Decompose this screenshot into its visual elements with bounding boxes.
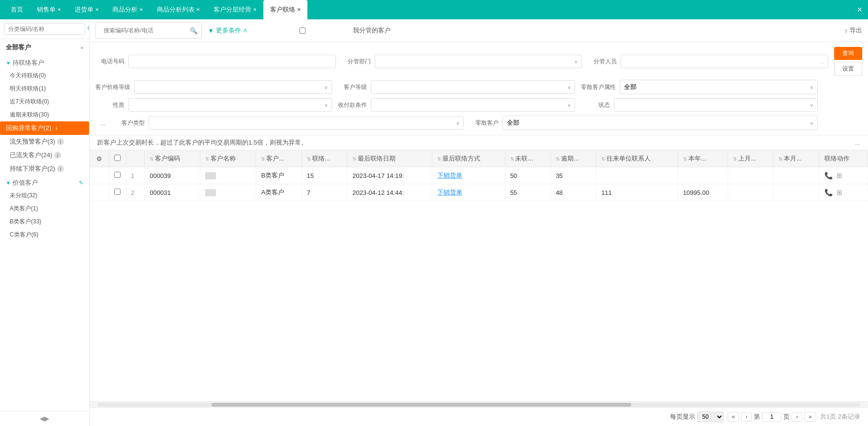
- nav-sales[interactable]: 销售单 ×: [30, 0, 68, 19]
- th-customer-code[interactable]: 客户编码: [145, 150, 200, 167]
- sidebar-item-tomorrow[interactable]: 明天待联络(1): [0, 82, 89, 95]
- main-search-input[interactable]: [100, 25, 188, 36]
- row-select-checkbox[interactable]: [114, 172, 121, 178]
- retail-attr-select[interactable]: 全部 ∨: [620, 80, 818, 94]
- sidebar-item-declining[interactable]: 持续下滑客户(2) i: [0, 162, 89, 176]
- payment-label: 收付款条件: [338, 101, 367, 109]
- th-last-contact-method[interactable]: 最后联络方式: [432, 150, 505, 167]
- phone-action-icon[interactable]: 📞: [824, 172, 833, 179]
- triangle-icon: ▼: [6, 60, 11, 66]
- row-this-month: [774, 167, 819, 184]
- phone-action-icon[interactable]: 📞: [824, 189, 833, 196]
- th-customer-type[interactable]: 客户...: [256, 150, 302, 167]
- th-uncontacted[interactable]: 未联...: [505, 150, 550, 167]
- th-customer-name[interactable]: 客户名称: [200, 150, 256, 167]
- close-button[interactable]: ×: [857, 5, 862, 15]
- price-level-select[interactable]: ∨: [134, 80, 332, 94]
- scroll-thumb[interactable]: [212, 403, 631, 407]
- first-page-btn[interactable]: «: [728, 412, 740, 422]
- tooltip-bar: 距客户上次交易时长，超过了此客户的平均交易周期的1.5倍，则视为异常。 ...: [90, 135, 868, 150]
- customer-level-label: 客户等级: [338, 83, 367, 91]
- value-customers-label: 价值客户: [13, 178, 38, 187]
- next-page-btn[interactable]: ›: [792, 412, 802, 422]
- query-button[interactable]: 查询: [834, 47, 862, 60]
- page-suffix: 页: [783, 412, 790, 421]
- horizontal-scrollbar[interactable]: [90, 401, 868, 407]
- settings-col-header[interactable]: ⚙: [90, 150, 109, 167]
- person-chevron-icon: ...: [820, 59, 824, 64]
- th-company-contact[interactable]: 往来单位联系人: [596, 150, 678, 167]
- th-contact-count[interactable]: 联络...: [302, 150, 347, 167]
- row-select-checkbox[interactable]: [114, 189, 121, 195]
- person-select[interactable]: ...: [621, 55, 828, 68]
- table-container: ⚙ 客户编码 客户名称 客户... 联络... 最后联络日期 最后联络方式 未联…: [90, 150, 868, 401]
- price-level-label: 客户价格等级: [95, 83, 130, 91]
- nav-product-analysis-list[interactable]: 商品分析列表 ×: [150, 0, 207, 19]
- sidebar-item-today[interactable]: 今天待联络(0): [0, 69, 89, 82]
- settings-button[interactable]: 设置: [834, 62, 862, 76]
- customer-type-chevron-icon: ∨: [456, 120, 459, 126]
- phone-input[interactable]: [128, 55, 336, 68]
- sidebar-item-c-class[interactable]: C类客户(6): [0, 228, 89, 241]
- retail-customers-label: 零散客户: [470, 119, 499, 127]
- payment-select[interactable]: ∨: [371, 98, 575, 112]
- select-all-checkbox[interactable]: [114, 155, 121, 161]
- edit-icon[interactable]: ✎: [79, 180, 83, 186]
- row-last-month: [728, 184, 774, 201]
- contact-method-link[interactable]: 下销货单: [437, 172, 462, 179]
- grid-action-icon[interactable]: ⊞: [837, 189, 842, 196]
- page-label: 第: [754, 412, 760, 421]
- sidebar-all-customers[interactable]: 全部客户 »: [0, 39, 89, 56]
- row-contact-count: 15: [302, 167, 347, 184]
- status-select[interactable]: ∨: [614, 98, 818, 112]
- export-button[interactable]: ↑ 导出: [845, 26, 863, 35]
- per-page-select[interactable]: 50 100 200: [697, 411, 724, 422]
- th-overdue[interactable]: 逾期...: [550, 150, 596, 167]
- more-filters-btn[interactable]: ▼ 更多条件 ∧: [208, 26, 248, 35]
- filter-dots[interactable]: ...: [95, 119, 110, 127]
- row-name: [200, 184, 256, 201]
- search-container: 🔍: [95, 22, 202, 39]
- th-this-month[interactable]: 本月...: [774, 150, 819, 167]
- filter-bar: 🔍 ▼ 更多条件 ∧ 我分管的客户 ↑ 导出: [90, 19, 868, 42]
- sidebar-item-ungroup[interactable]: 未分组(32): [0, 189, 89, 202]
- customer-type-select[interactable]: ∨: [149, 116, 464, 130]
- sidebar-item-churn-warning[interactable]: 流失预警客户(3) i: [0, 135, 89, 148]
- sidebar-item-a-class[interactable]: A类客户(1): [0, 202, 89, 215]
- nav-customer-contact[interactable]: 客户联络 ×: [263, 0, 307, 19]
- sidebar-value-customers-header[interactable]: ▼ 价值客户 ✎: [0, 176, 89, 189]
- sidebar-item-7days[interactable]: 近7天待联络(0): [0, 95, 89, 108]
- nav-product-analysis[interactable]: 商品分析 ×: [106, 0, 150, 19]
- prev-page-btn[interactable]: ‹: [741, 412, 752, 422]
- sidebar-item-repurchase-abnormal[interactable]: 回购异常客户(2) i: [0, 121, 89, 135]
- retail-select[interactable]: 全部 ∨: [503, 116, 818, 130]
- contact-method-link[interactable]: 下销货单: [437, 189, 462, 196]
- row-last-contact-method: 下销货单: [432, 184, 505, 201]
- sidebar-bottom[interactable]: ◀ ▶: [0, 411, 89, 426]
- main-search-icon[interactable]: 🔍: [190, 27, 198, 34]
- sidebar-search-input[interactable]: [4, 23, 85, 35]
- nav-purchase[interactable]: 进货单 ×: [68, 0, 106, 19]
- sidebar-item-b-class[interactable]: B类客户(33): [0, 215, 89, 228]
- gender-select[interactable]: ∨: [128, 98, 332, 112]
- row-action: 📞 ⊞: [819, 184, 868, 201]
- customer-type-label: 客户类型: [116, 119, 145, 127]
- declining-label: 持续下滑客户(2): [10, 164, 55, 173]
- th-last-month[interactable]: 上月...: [728, 150, 774, 167]
- th-last-contact-date[interactable]: 最后联络日期: [348, 150, 432, 167]
- dept-select[interactable]: ∨: [375, 55, 582, 68]
- filter-row-4: ... 客户类型 ∨ 零散客户 全部 ∨: [95, 116, 862, 130]
- last-page-btn[interactable]: »: [804, 412, 816, 422]
- nav-home[interactable]: 首页: [4, 0, 30, 19]
- th-this-year[interactable]: 本年...: [678, 150, 728, 167]
- filter-row-2: 客户价格等级 ∨ 客户等级 ∨ 零散客户属性 全部 ∨: [95, 80, 862, 94]
- sidebar-item-overdue[interactable]: 逾期未联络(30): [0, 108, 89, 121]
- sidebar-item-churned[interactable]: 已流失客户(24) i: [0, 148, 89, 162]
- action-icons-container: 📞 ⊞: [824, 189, 863, 196]
- customer-level-select[interactable]: ∨: [371, 80, 575, 94]
- nav-customer-tier[interactable]: 客户分层经营 ×: [207, 0, 263, 19]
- current-page-input[interactable]: [762, 412, 781, 422]
- grid-action-icon[interactable]: ⊞: [837, 172, 842, 179]
- my-customers-checkbox[interactable]: [254, 28, 351, 34]
- tooltip-dots[interactable]: ...: [855, 139, 860, 147]
